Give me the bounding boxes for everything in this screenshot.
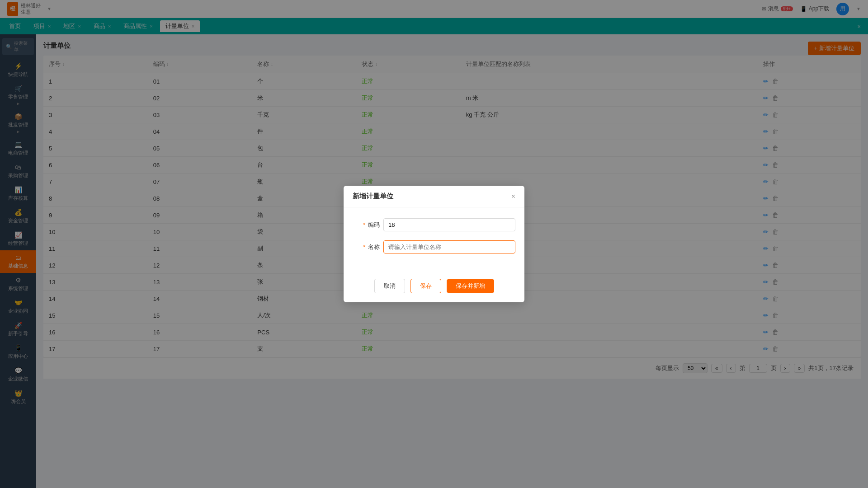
- form-row-name: * 名称: [353, 240, 515, 253]
- modal-overlay[interactable]: 新增计量单位 × * 编码 * 名称 取消 保存 保存并新增: [0, 0, 868, 488]
- name-input[interactable]: [383, 240, 515, 253]
- form-row-code: * 编码: [353, 218, 515, 231]
- modal-body: * 编码 * 名称: [344, 207, 524, 273]
- cancel-button[interactable]: 取消: [374, 279, 405, 293]
- modal-dialog: 新增计量单位 × * 编码 * 名称 取消 保存 保存并新增: [344, 186, 524, 302]
- code-required-mark: *: [363, 221, 365, 228]
- modal-header: 新增计量单位 ×: [344, 186, 524, 207]
- name-required-mark: *: [363, 244, 365, 250]
- name-label: * 名称: [353, 243, 380, 251]
- code-label: * 编码: [353, 221, 380, 229]
- modal-close-button[interactable]: ×: [511, 192, 515, 201]
- modal-footer: 取消 保存 保存并新增: [344, 273, 524, 302]
- code-input[interactable]: [383, 218, 515, 231]
- save-and-new-button[interactable]: 保存并新增: [447, 279, 494, 293]
- save-button[interactable]: 保存: [410, 279, 441, 293]
- modal-title: 新增计量单位: [353, 192, 393, 201]
